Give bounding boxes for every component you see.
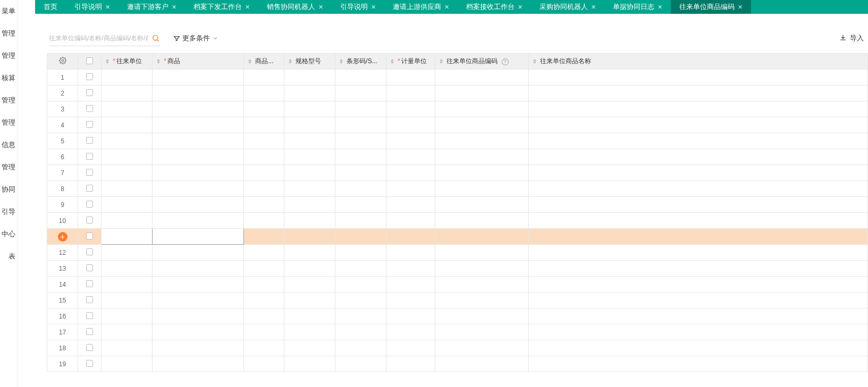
table-row[interactable]: 17: [47, 324, 868, 340]
cell[interactable]: [284, 308, 335, 324]
row-checkbox[interactable]: [86, 89, 93, 96]
cell[interactable]: [244, 229, 284, 245]
cell[interactable]: [102, 340, 153, 356]
sidebar-item[interactable]: 菜单: [0, 0, 18, 22]
sidebar-item[interactable]: 引导: [0, 201, 18, 223]
close-icon[interactable]: ✕: [371, 4, 376, 11]
cell[interactable]: [529, 308, 868, 324]
close-icon[interactable]: ✕: [738, 4, 743, 11]
cell[interactable]: [102, 245, 153, 261]
table-row[interactable]: 13: [47, 261, 868, 277]
cell[interactable]: [102, 101, 153, 117]
cell[interactable]: [153, 293, 244, 308]
add-row-button[interactable]: +: [58, 232, 68, 242]
cell[interactable]: [529, 229, 868, 245]
cell[interactable]: [386, 181, 435, 197]
row-checkbox[interactable]: [86, 280, 93, 287]
checkbox-all[interactable]: [86, 57, 93, 64]
cell[interactable]: [435, 149, 529, 165]
sidebar-item[interactable]: 表: [0, 245, 18, 268]
cell[interactable]: [335, 277, 386, 293]
row-checkbox[interactable]: [86, 233, 93, 239]
cell[interactable]: [102, 356, 153, 372]
cell[interactable]: [386, 245, 435, 261]
search-icon[interactable]: [151, 33, 161, 43]
cell[interactable]: [529, 356, 868, 372]
row-checkbox[interactable]: [86, 248, 93, 255]
cell[interactable]: [244, 181, 284, 197]
tab[interactable]: 档案接收工作台✕: [458, 0, 531, 14]
cell[interactable]: [102, 117, 153, 133]
cell[interactable]: [335, 149, 386, 165]
export-button[interactable]: 导入: [839, 33, 868, 43]
cell[interactable]: [435, 101, 529, 117]
cell[interactable]: [244, 308, 284, 324]
column-spec[interactable]: 规格型号: [284, 54, 335, 70]
table-row[interactable]: 7: [47, 165, 868, 181]
row-checkbox[interactable]: [86, 201, 93, 208]
cell[interactable]: [529, 197, 868, 213]
cell[interactable]: [435, 245, 529, 261]
cell[interactable]: [153, 70, 244, 85]
cell[interactable]: [102, 229, 153, 245]
cell[interactable]: [435, 277, 529, 293]
sidebar-item[interactable]: 中心: [0, 223, 18, 245]
row-checkbox[interactable]: [86, 264, 93, 271]
cell[interactable]: [102, 293, 153, 308]
sort-icon[interactable]: [533, 59, 536, 64]
close-icon[interactable]: ✕: [591, 4, 596, 11]
table-row[interactable]: 19: [47, 356, 868, 372]
cell[interactable]: [244, 101, 284, 117]
row-checkbox[interactable]: [86, 296, 93, 303]
cell[interactable]: [102, 213, 153, 229]
cell[interactable]: [284, 101, 335, 117]
cell[interactable]: [335, 181, 386, 197]
cell[interactable]: [529, 149, 868, 165]
sort-icon[interactable]: [440, 59, 443, 64]
column-measure[interactable]: *计量单位: [386, 54, 435, 70]
tab[interactable]: 邀请上游供应商✕: [384, 0, 458, 14]
table-row[interactable]: 18: [47, 340, 868, 356]
cell[interactable]: [335, 245, 386, 261]
row-checkbox[interactable]: [86, 121, 93, 128]
cell[interactable]: [386, 229, 435, 245]
cell[interactable]: [153, 165, 244, 181]
cell[interactable]: [102, 181, 153, 197]
search-input[interactable]: [49, 30, 161, 46]
cell[interactable]: [386, 149, 435, 165]
cell[interactable]: [284, 133, 335, 149]
row-checkbox[interactable]: [86, 360, 93, 367]
sidebar-item[interactable]: 管理: [0, 22, 18, 45]
cell[interactable]: [153, 229, 244, 245]
sort-icon[interactable]: [340, 59, 343, 64]
tab[interactable]: 销售协同机器人✕: [258, 0, 332, 14]
help-icon[interactable]: ?: [502, 58, 509, 65]
tab[interactable]: 引导说明✕: [66, 0, 119, 14]
tab[interactable]: 首页: [35, 0, 66, 14]
cell[interactable]: [335, 308, 386, 324]
cell[interactable]: [284, 165, 335, 181]
cell[interactable]: [335, 324, 386, 340]
table-row[interactable]: 4: [47, 117, 868, 133]
sidebar-item[interactable]: 管理: [0, 45, 18, 67]
sort-icon[interactable]: [289, 59, 292, 64]
cell[interactable]: [153, 277, 244, 293]
cell[interactable]: [284, 181, 335, 197]
cell[interactable]: [153, 356, 244, 372]
close-icon[interactable]: ✕: [318, 4, 323, 11]
cell[interactable]: [102, 197, 153, 213]
cell[interactable]: [435, 229, 529, 245]
tab[interactable]: 往来单位商品编码✕: [671, 0, 751, 14]
cell[interactable]: [244, 149, 284, 165]
cell[interactable]: [529, 70, 868, 85]
sidebar-item[interactable]: 信息: [0, 134, 18, 156]
cell[interactable]: [386, 277, 435, 293]
cell[interactable]: [386, 133, 435, 149]
cell[interactable]: [529, 101, 868, 117]
cell[interactable]: [435, 181, 529, 197]
cell[interactable]: [153, 213, 244, 229]
cell[interactable]: [435, 308, 529, 324]
tab[interactable]: 采购协同机器人✕: [531, 0, 604, 14]
cell[interactable]: [386, 101, 435, 117]
tab[interactable]: 档案下发工作台✕: [185, 0, 258, 14]
